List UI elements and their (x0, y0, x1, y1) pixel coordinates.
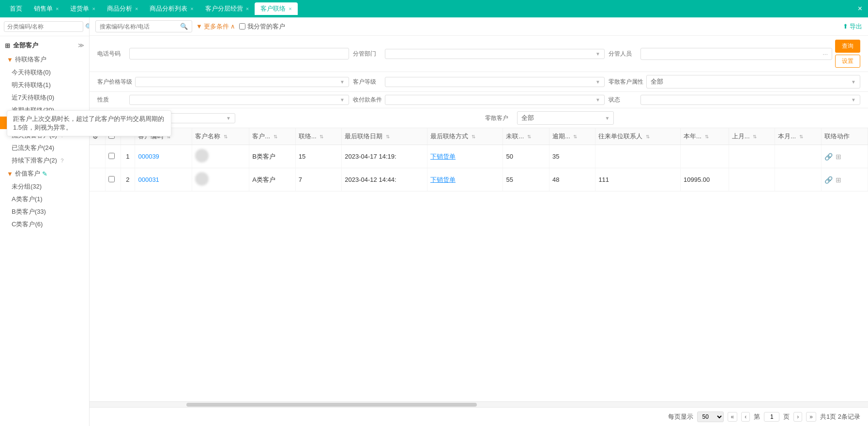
row1-action-icons: 🔗 ⊞ (824, 153, 865, 161)
row1-grid-icon[interactable]: ⊞ (836, 153, 841, 161)
sidebar-continuous-down[interactable]: 持续下滑客户(2) ? (0, 154, 89, 167)
col-last-date[interactable]: 最后联络日期 ⇅ (342, 128, 427, 145)
tab-customer-contact[interactable]: 客户联络 × (255, 2, 297, 15)
value-customer-header[interactable]: ▼ 价值客户 ✎ (0, 167, 89, 180)
status-select[interactable]: ▼ (640, 95, 860, 105)
col-grade[interactable]: 客户... ⇅ (249, 128, 295, 145)
prev-page-btn[interactable]: ‹ (741, 412, 750, 422)
close-product-analysis-tab[interactable]: × (135, 6, 138, 12)
manager-input[interactable]: ··· (640, 48, 832, 60)
next-page-btn[interactable]: › (793, 412, 802, 422)
sidebar-already-lost[interactable]: 已流失客户(24) (0, 142, 89, 154)
row2-last-method-link[interactable]: 下销货单 (430, 176, 456, 183)
row2-link-icon[interactable]: 🔗 (824, 176, 833, 184)
first-page-btn[interactable]: « (728, 412, 738, 422)
sidebar-tomorrow-contact[interactable]: 明天待联络(1) (0, 79, 89, 91)
retail-customer-select[interactable]: 全部 ▼ (517, 111, 614, 125)
nature-select[interactable]: ▼ (129, 95, 349, 105)
payment-select[interactable]: ▼ (385, 95, 605, 105)
dept-select[interactable]: ▼ (385, 49, 605, 59)
close-customer-contact-tab[interactable]: × (289, 6, 291, 12)
main-search-icon[interactable]: 🔍 (180, 23, 188, 30)
price-grade-select[interactable]: ▼ (135, 77, 349, 87)
row1-select-checkbox[interactable] (108, 153, 115, 159)
col-last-month[interactable]: 上月... ⇅ (729, 128, 775, 145)
sidebar-content: ⊞ 全部客户 ≫ ▼ 待联络客户 今天待联络(0) 明天待联络(1) 近7天待联… (0, 36, 89, 426)
col-name[interactable]: 客户名称 ⇅ (192, 128, 249, 145)
close-all-tabs[interactable]: × (858, 4, 862, 13)
overdue-sort-icon: ⇅ (573, 134, 577, 139)
col-last-method[interactable]: 最后联络方式 ⇅ (427, 128, 503, 145)
nature-label: 性质 (97, 96, 126, 104)
tab-sales[interactable]: 销售单 × (28, 2, 64, 15)
sidebar-7day-contact[interactable]: 近7天待联络(0) (0, 91, 89, 104)
row2-settings (90, 168, 105, 191)
tab-product-analysis-list[interactable]: 商品分析列表 × (144, 2, 199, 15)
settings-button[interactable]: 设置 (835, 55, 860, 68)
contact-person-sort-icon: ⇅ (646, 134, 650, 139)
advanced-filter-row1: 电话号码 分管部门 ▼ 分管人员 ··· 查询 设置 (90, 36, 868, 72)
query-button[interactable]: 查询 (835, 40, 860, 53)
sidebar-class-c[interactable]: C类客户(6) (0, 218, 89, 231)
price-grade-label: 客户价格等级 (97, 78, 132, 86)
page-prefix-label: 第 (754, 412, 760, 421)
price-grade-dropdown-icon: ▼ (340, 79, 345, 85)
close-product-list-tab[interactable]: × (190, 6, 193, 12)
status-dropdown-icon: ▼ (851, 97, 856, 103)
col-not-contacted[interactable]: 未联... ⇅ (503, 128, 549, 145)
tab-home[interactable]: 首页 (4, 2, 28, 15)
last-page-btn[interactable]: » (806, 412, 816, 422)
col-contact[interactable]: 联络... ⇅ (295, 128, 341, 145)
col-contact-person[interactable]: 往来单位联系人 ⇅ (595, 128, 681, 145)
export-btn[interactable]: ⬆ 导出 (843, 22, 862, 31)
main-search-input[interactable] (100, 23, 177, 30)
content-area: 🔍 ▼ 更多条件 ∧ 我分管的客户 ⬆ 导出 电话号码 分管部 (90, 17, 868, 426)
retail-attr-dropdown-icon: ▼ (851, 79, 856, 85)
row2-grid-icon[interactable]: ⊞ (836, 176, 841, 184)
status-label: 状态 (609, 96, 638, 104)
scrollbar-thumb[interactable] (186, 403, 477, 407)
my-customers-checkbox[interactable] (239, 23, 245, 29)
pending-contact-header[interactable]: ▼ 待联络客户 (0, 53, 89, 66)
row1-last-method-link[interactable]: 下销货单 (430, 153, 456, 160)
row2-select-checkbox[interactable] (108, 176, 115, 182)
tab-customer-tier[interactable]: 客户分层经营 × (199, 2, 255, 15)
row1-action: 🔗 ⊞ (821, 145, 868, 168)
nature-dropdown-icon: ▼ (340, 97, 345, 103)
phone-input[interactable] (129, 48, 349, 59)
filter-price-grade: 客户价格等级 ▼ (97, 77, 349, 87)
tab-purchase[interactable]: 进货单 × (64, 2, 101, 15)
sidebar-ungroup[interactable]: 未分组(32) (0, 180, 89, 193)
tab-product-analysis[interactable]: 商品分析 × (101, 2, 144, 15)
col-overdue[interactable]: 逾期... ⇅ (549, 128, 595, 145)
row2-last-method: 下销货单 (427, 168, 503, 191)
per-page-select[interactable]: 50 20 100 (697, 411, 724, 422)
customer-grade-select[interactable]: ▼ (385, 77, 605, 87)
per-page-label: 每页显示 (668, 412, 693, 421)
col-this-year[interactable]: 本年... ⇅ (681, 128, 729, 145)
row2-code-link[interactable]: 000031 (138, 176, 159, 183)
filter-nature: 性质 ▼ (97, 95, 349, 105)
horizontal-scrollbar[interactable] (90, 401, 868, 407)
filter-retail-customer: 零散客户 全部 ▼ (485, 111, 860, 125)
page-number-input[interactable] (764, 412, 779, 422)
sidebar-class-a[interactable]: A类客户(1) (0, 193, 89, 206)
more-conditions-btn[interactable]: ▼ 更多条件 ∧ (196, 22, 235, 31)
row1-link-icon[interactable]: 🔗 (824, 153, 833, 161)
close-customer-tier-tab[interactable]: × (246, 6, 249, 12)
sidebar-collapse-btn[interactable]: ≫ (78, 42, 84, 49)
category-search-input[interactable] (4, 21, 83, 32)
sidebar-class-b[interactable]: B类客户(33) (0, 206, 89, 218)
category-search-icon[interactable]: 🔍 (85, 23, 90, 30)
all-customers-header[interactable]: ⊞ 全部客户 ≫ (0, 38, 89, 53)
sidebar-today-contact[interactable]: 今天待联络(0) (0, 66, 89, 79)
retail-attr-label: 零散客户属性 (609, 78, 643, 86)
page-suffix-label: 页 (783, 412, 790, 421)
close-purchase-tab[interactable]: × (92, 6, 95, 12)
retail-attr-select[interactable]: 全部 ▼ (646, 75, 860, 88)
row1-code-link[interactable]: 000039 (138, 153, 159, 160)
close-sales-tab[interactable]: × (56, 6, 59, 12)
value-customer-edit-icon[interactable]: ✎ (42, 170, 47, 177)
col-this-month[interactable]: 本月... ⇅ (775, 128, 821, 145)
row2-action-icons: 🔗 ⊞ (824, 176, 865, 184)
